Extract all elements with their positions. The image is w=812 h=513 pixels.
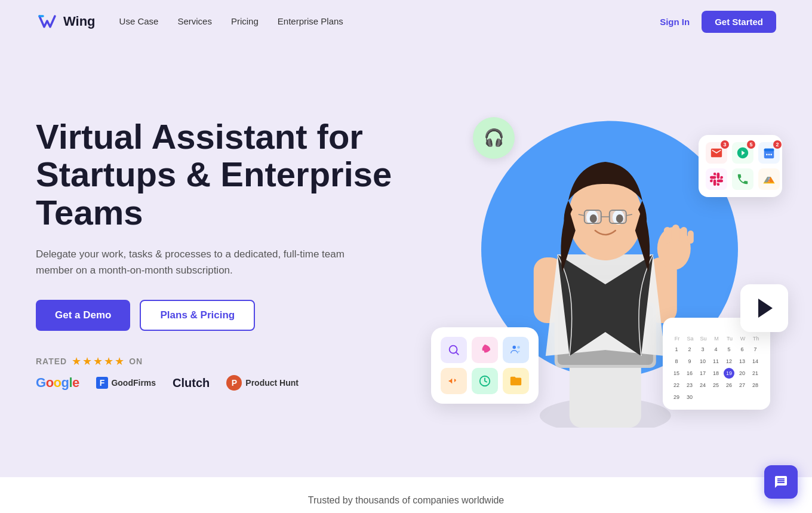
cal-cell-4: 4 [710,344,721,355]
star-3: ★ [93,355,103,368]
svg-rect-29 [688,231,694,244]
star-2: ★ [82,355,92,368]
google-logo: Google [36,375,79,391]
cal-cell-empty [697,392,708,403]
nav-pricing[interactable]: Pricing [231,16,259,26]
svg-rect-20 [585,210,601,223]
svg-rect-31 [764,148,774,151]
sign-in-button[interactable]: Sign In [660,17,690,27]
cal-cell-1: 1 [671,344,682,355]
cal-cell-26: 26 [724,380,734,391]
cal-cell-10: 10 [697,356,708,367]
cal-day-fr: Fr [671,336,683,342]
chat-icon [774,475,788,489]
cal-cell-empty4 [737,392,748,403]
cal-cell-3: 3 [697,344,708,355]
cal-cell-19-today: 19 [724,368,734,379]
cal-grid: 1 2 3 4 5 6 7 8 9 10 11 12 13 14 15 16 1… [671,344,762,403]
navbar: Wing Use Case Services Pricing Enterpris… [0,0,812,43]
svg-point-34 [770,153,772,155]
cal-cell-24: 24 [697,380,708,391]
clutch-logo: Clutch [173,376,210,390]
demo-button[interactable]: Get a Demo [36,300,130,331]
dash-icon-folder [503,368,529,394]
ratings-section: RATED ★ ★ ★ ★ ★ ON Google F GoodFir [36,355,419,391]
cal-cell-16: 16 [684,368,695,379]
svg-line-36 [456,352,459,355]
nav-right: Sign In Get Started [660,11,776,33]
cal-day-tu: Tu [724,336,736,342]
hero-buttons: Get a Demo Plans & Pricing [36,300,419,331]
cal-day-w: W [737,336,749,342]
notion-icon: 5 [732,142,753,164]
svg-point-38 [513,345,516,349]
play-button-panel[interactable] [740,284,788,332]
app-icons-panel: 3 5 2 [699,135,782,197]
goodfirms-text: GoodFirms [111,378,156,388]
svg-point-39 [517,346,520,349]
cal-day-sa: Sa [684,336,696,342]
goodfirms-logo: F GoodFirms [96,377,156,389]
cal-cell-11: 11 [710,356,721,367]
notion-badge: 5 [747,140,755,149]
phone-icon [732,168,753,190]
rated-label: RATED [36,357,67,366]
nav-enterprise[interactable]: Enterprise Plans [278,16,343,26]
logo-link[interactable]: Wing [36,10,96,33]
producthunt-logo: P Product Hunt [226,375,299,391]
bottom-section: Trusted by thousands of companies worldw… [0,477,812,513]
dash-grid [441,337,529,394]
cal-cell-12: 12 [724,356,734,367]
cal-cell-25: 25 [710,380,721,391]
svg-point-33 [768,153,770,155]
wing-logo-icon [36,10,59,33]
nav-left: Wing Use Case Services Pricing Enterpris… [36,10,343,33]
dash-icon-rocket [472,337,498,363]
star-4: ★ [104,355,113,368]
dash-icon-megaphone [441,368,467,394]
cal-cell-5: 5 [724,344,734,355]
hero-title: Virtual Assistant for Startups & Enterpr… [36,118,419,232]
svg-rect-28 [681,227,687,242]
nav-services[interactable]: Services [177,16,212,26]
nav-links: Use Case Services Pricing Enterprise Pla… [119,16,343,27]
cal-cell-18: 18 [710,368,721,379]
get-started-button[interactable]: Get Started [702,11,776,33]
cal-day-m: M [710,336,722,342]
dash-icon-search [441,337,467,363]
chat-button[interactable] [764,465,798,499]
slack-icon [706,168,727,190]
cal-cell-22: 22 [671,380,682,391]
cal-day-header: Fr Sa Su M Tu W Th [671,336,762,342]
dash-icon-clock [472,368,498,394]
hero-section: Virtual Assistant for Startups & Enterpr… [0,43,812,477]
svg-rect-21 [610,210,626,223]
star-1: ★ [72,355,81,368]
hero-illustration: 🎧 3 5 2 [443,81,776,428]
brand-logos: Google F GoodFirms Clutch P Product Hunt [36,375,419,391]
cal-cell-6: 6 [737,344,748,355]
cal-cell-20: 20 [737,368,748,379]
star-5: ★ [115,355,124,368]
nav-use-case[interactable]: Use Case [119,16,159,26]
gmail-icon: 3 [706,142,727,164]
cal-cell-empty2 [710,392,721,403]
bottom-text: Trusted by thousands of companies worldw… [36,495,776,506]
cal-cell-21: 21 [750,368,761,379]
cal-cell-27: 27 [737,380,748,391]
cal-cell-14: 14 [750,356,761,367]
rated-row: RATED ★ ★ ★ ★ ★ ON [36,355,419,368]
play-triangle-icon [758,299,773,318]
svg-point-37 [482,350,484,352]
drive-icon [758,168,780,190]
star-rating: ★ ★ ★ ★ ★ [72,355,124,368]
cal-cell-29: 29 [671,392,682,403]
cal-cell-15: 15 [671,368,682,379]
producthunt-text: Product Hunt [245,378,299,388]
hero-content: Virtual Assistant for Startups & Enterpr… [36,118,443,391]
svg-point-32 [766,153,768,155]
cal-cell-empty5 [750,392,761,403]
pricing-button[interactable]: Plans & Pricing [140,300,255,331]
cal-cell-30: 30 [684,392,695,403]
cal-cell-2: 2 [684,344,695,355]
